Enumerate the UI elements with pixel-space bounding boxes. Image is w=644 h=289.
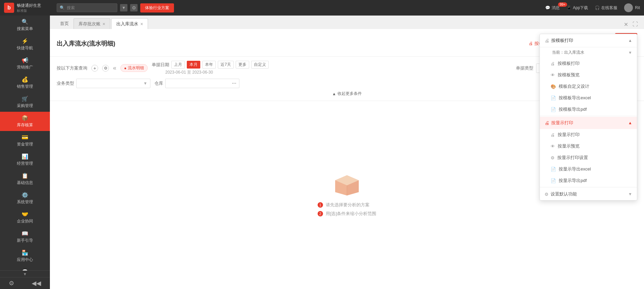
- dropdown-item-display-settings[interactable]: ⚙ 按显示打印设置: [540, 152, 637, 163]
- collapse-filter-icon[interactable]: «: [113, 64, 116, 72]
- sidebar-settings-btn[interactable]: ⚙: [9, 280, 14, 287]
- tab-home[interactable]: 首页: [55, 18, 74, 29]
- dropdown-divider: [540, 116, 637, 116]
- dropdown-item-template-design[interactable]: 🎨 模板自定义设计: [540, 81, 637, 92]
- step2-num: 2: [318, 211, 323, 216]
- sidebar-item-label: 企业协同: [17, 218, 33, 224]
- tab-flow[interactable]: 出入库流水 ×: [111, 18, 148, 29]
- sidebar-item-label: 基础信息: [17, 180, 33, 186]
- add-filter-btn[interactable]: +: [91, 65, 98, 72]
- template-excel-label: 按模板导出excel: [559, 95, 591, 101]
- tab-batch-close[interactable]: ×: [103, 21, 105, 27]
- tab-batch-label: 库存批次账: [79, 21, 100, 27]
- dropdown-item-display-preview[interactable]: 👁 按显示预览: [540, 140, 637, 152]
- dropdown-item-template-print[interactable]: 🖨 按模板打印: [540, 58, 637, 69]
- warehouse-label: 仓库: [154, 80, 163, 86]
- sidebar-item-system[interactable]: ⚙️ 系统管理: [0, 189, 50, 208]
- template-preview-label: 按模板预览: [558, 72, 580, 78]
- dropdown-item-template-preview[interactable]: 👁 按模板预览: [540, 69, 637, 81]
- finance-icon: 💳: [22, 134, 28, 140]
- dropdown-item-template-pdf[interactable]: 📄 按模板导出pdf: [540, 104, 637, 115]
- date-range-display: 2023-06-01 至 2023-06-30: [152, 70, 269, 75]
- config-filter-btn[interactable]: ⚙: [102, 65, 109, 72]
- doc-type-label: 单据类型: [516, 65, 533, 71]
- tab-flow-close[interactable]: ×: [140, 21, 143, 27]
- template-pdf-label: 按模板导出pdf: [559, 106, 587, 112]
- chevron-up-small-icon: ▲: [332, 91, 336, 96]
- app-download-btn[interactable]: 📱 App下载: [566, 5, 588, 11]
- sales-icon: 💰: [22, 76, 28, 83]
- dropdown-title: 按模板打印: [551, 37, 573, 44]
- date-label: 单据日期: [152, 62, 169, 68]
- dropdown-current[interactable]: 当前：出入库流水 ▼: [540, 47, 637, 58]
- sidebar-item-quick[interactable]: ⚡ 快捷导航: [0, 35, 50, 54]
- dropdown-footer[interactable]: ⚙ 设置默认功能 ▼: [540, 188, 637, 200]
- display-pdf-icon: 📄: [551, 178, 556, 183]
- dropdown-item-display-pdf[interactable]: 📄 按显示导出pdf: [540, 175, 637, 186]
- step1-num: 1: [318, 202, 323, 208]
- sidebar-scroll-down[interactable]: ▼: [0, 270, 50, 277]
- app-download-label: App下载: [573, 5, 588, 11]
- app-version: 标准版: [17, 8, 41, 13]
- date-btn-more[interactable]: 更多: [236, 61, 249, 69]
- dropdown-display-section[interactable]: 🖨 按显示打印 ▲: [540, 117, 637, 129]
- template-design-label: 模板自定义设计: [559, 83, 589, 89]
- online-service-btn[interactable]: 🎧 在线客服: [595, 5, 617, 11]
- sidebar-collapse-btn[interactable]: ◀◀: [32, 280, 41, 287]
- tab-batch[interactable]: 库存批次账 ×: [74, 18, 110, 29]
- collapse-label: 收起更多条件: [338, 91, 362, 97]
- settings-icon-btn[interactable]: ⚙: [130, 4, 138, 11]
- collapse-more-btn[interactable]: ▲ 收起更多条件: [332, 91, 362, 97]
- date-filter-section: 单据日期 上月 本月 本年 近7天 更多 自定义 2023-06-01 至 20…: [152, 61, 269, 75]
- message-btn[interactable]: 💬 消息 99+: [545, 5, 560, 11]
- dropdown-icon[interactable]: ▼: [120, 4, 127, 11]
- sidebar-item-wechat[interactable]: 💬 企业微信: [0, 266, 50, 270]
- sidebar-item-guide[interactable]: 📖 新手引导: [0, 227, 50, 246]
- sidebar-item-label: 系统管理: [17, 199, 33, 205]
- trial-btn[interactable]: 体验行业方案: [140, 3, 174, 12]
- sidebar-item-label: 经营管理: [17, 161, 33, 166]
- sidebar-item-base[interactable]: 📋 基础信息: [0, 169, 50, 189]
- filter-tag-label: 流水明细: [128, 65, 144, 71]
- dropdown-chevron-up: ▲: [628, 38, 632, 43]
- business-type-select[interactable]: ▼: [76, 79, 150, 88]
- filter-tag[interactable]: ● 流水明细: [120, 64, 148, 72]
- empty-step-1: 1 请先选择要分析的方案: [318, 202, 376, 208]
- close-btn[interactable]: ✕: [622, 21, 629, 28]
- dropdown-header[interactable]: 🖨 按模板打印 ▲: [540, 34, 637, 47]
- dropdown-item-display-print[interactable]: 🖨 按显示打印: [540, 129, 637, 140]
- sidebar-item-purchase[interactable]: 🛒 采购管理: [0, 93, 50, 112]
- sidebar-item-sales[interactable]: 💰 销售管理: [0, 73, 50, 93]
- dropdown-item-display-excel[interactable]: 📄 按显示导出excel: [540, 163, 637, 175]
- apps-icon: 🏪: [22, 249, 28, 256]
- display-settings-icon: ⚙: [551, 155, 555, 160]
- display-preview-label: 按显示预览: [558, 143, 580, 149]
- sidebar-item-finance[interactable]: 💳 资金管理: [0, 131, 50, 150]
- sidebar-item-collab[interactable]: 🤝 企业协同: [0, 208, 50, 227]
- date-btn-last-month[interactable]: 上月: [171, 61, 185, 69]
- date-filter-row: 单据日期 上月 本月 本年 近7天 更多 自定义: [152, 61, 269, 69]
- search-placeholder: 搜索: [67, 5, 75, 11]
- date-btn-7days[interactable]: 近7天: [218, 61, 234, 69]
- user-area[interactable]: Rit: [624, 3, 640, 12]
- sidebar-item-label: 搜索菜单: [17, 26, 33, 32]
- page-title: 出入库流水(流水明细): [57, 40, 115, 48]
- sidebar-item-inventory[interactable]: 📦 库存核算: [0, 112, 50, 131]
- sidebar-item-apps[interactable]: 🏪 应用中心: [0, 246, 50, 266]
- topbar-search[interactable]: 🔍 搜索: [57, 3, 117, 12]
- sidebar-item-label: 销售管理: [17, 84, 33, 89]
- sidebar-item-label: 库存核算: [17, 122, 33, 128]
- tab-home-label: 首页: [60, 21, 69, 27]
- date-btn-custom[interactable]: 自定义: [251, 61, 269, 69]
- sidebar-item-marketing[interactable]: 📢 营销推广: [0, 54, 50, 73]
- dropdown-item-template-excel[interactable]: 📄 按模板导出excel: [540, 92, 637, 104]
- date-btn-this-month[interactable]: 本月: [187, 61, 200, 69]
- avatar: [624, 3, 633, 12]
- sidebar-item-search[interactable]: 🔍 搜索菜单: [0, 16, 50, 35]
- search-nav-icon: 🔍: [22, 19, 28, 25]
- warehouse-select[interactable]: ···: [165, 79, 239, 88]
- sidebar-item-operations[interactable]: 📊 经营管理: [0, 150, 50, 169]
- sidebar-item-label: 快捷导航: [17, 45, 33, 51]
- date-btn-this-year[interactable]: 本年: [202, 61, 216, 69]
- expand-btn[interactable]: ⛶: [632, 21, 639, 28]
